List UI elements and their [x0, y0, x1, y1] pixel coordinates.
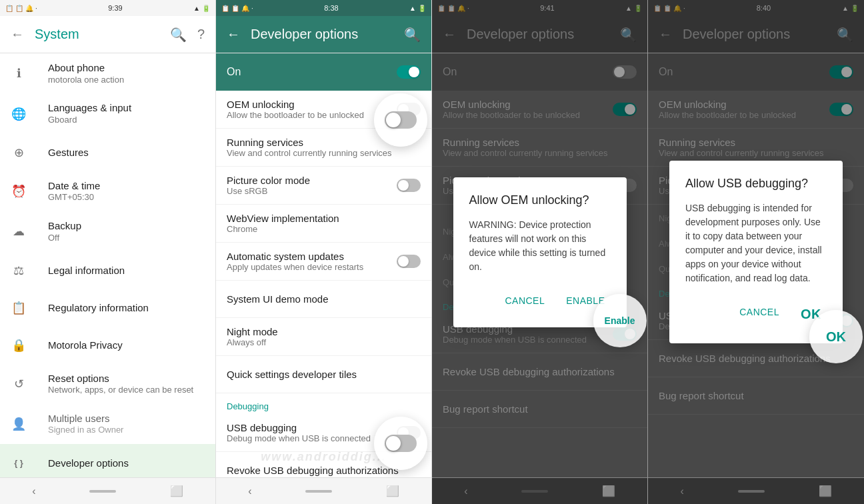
- app-bar-title-2: Developer options: [251, 27, 393, 42]
- users-label: Multiple users: [48, 412, 205, 425]
- datetime-label: Date & time: [48, 179, 205, 193]
- usb-dialog: Allow USB debugging? USB debugging is in…: [669, 161, 843, 343]
- nav-indicator-1: [89, 490, 116, 493]
- about-sub: motorola one action: [48, 75, 205, 86]
- webview-label: WebView implementation: [227, 213, 421, 224]
- languages-icon: 🌐: [11, 106, 27, 122]
- dialog-overlay-4: Allow USB debugging? USB debugging is in…: [648, 0, 864, 504]
- nav-indicator-2: [305, 490, 332, 493]
- gestures-label: Gestures: [48, 146, 205, 159]
- status-bar-2: 📋📋🔔· 8:38 ▲🔋: [216, 0, 431, 16]
- dialog-circle-overlay-3: Enable: [593, 294, 647, 347]
- privacy-label: Motorola Privacy: [48, 339, 205, 352]
- oem-cancel-button[interactable]: Cancel: [499, 290, 550, 311]
- status-icons-right: ▲🔋: [193, 5, 210, 12]
- oem-dialog-actions: Cancel Enable: [469, 290, 611, 311]
- picture-color-toggle[interactable]: [397, 179, 421, 192]
- picture-color-label: Picture color mode: [227, 175, 391, 186]
- auto-updates-label: Automatic system updates: [227, 251, 391, 262]
- settings-item-gestures[interactable]: ⊕ Gestures: [0, 134, 215, 171]
- reset-icon: ↺: [11, 376, 27, 392]
- settings-item-regulatory[interactable]: 📋 Regulatory information: [0, 289, 215, 327]
- debugging-section-label: Debugging: [216, 393, 431, 414]
- panel-developer-options: 📋📋🔔· 8:38 ▲🔋 ← Developer options 🔍 On OE…: [216, 0, 432, 504]
- users-icon: 👤: [11, 416, 27, 432]
- usb-dialog-title: Allow USB debugging?: [685, 177, 827, 191]
- app-bar-title-1: System: [35, 27, 159, 42]
- settings-item-about[interactable]: ℹ About phone motorola one action: [0, 53, 215, 93]
- info-icon: ℹ: [11, 65, 27, 81]
- dev-list-2: OEM unlocking Allow the bootloader to be…: [216, 91, 431, 477]
- status-time-2: 8:38: [324, 4, 338, 12]
- help-icon-1[interactable]: ?: [197, 27, 205, 42]
- nav-back-2[interactable]: ‹: [237, 480, 262, 503]
- regulatory-icon: 📋: [11, 300, 27, 316]
- settings-list-1: ℹ About phone motorola one action 🌐 Lang…: [0, 53, 215, 477]
- backup-icon: ☁: [11, 223, 27, 239]
- settings-item-backup[interactable]: ☁ Backup Off: [0, 211, 215, 251]
- nav-back-1[interactable]: ‹: [21, 480, 46, 503]
- languages-sub: Gboard: [48, 115, 205, 126]
- status-icons-left-2: 📋📋🔔·: [221, 5, 253, 12]
- usb-big-toggle[interactable]: [385, 435, 417, 452]
- webview-sub: Chrome: [227, 224, 421, 234]
- auto-updates-toggle[interactable]: [397, 255, 421, 268]
- panel-system-settings: 📋📋🔔· 9:39 ▲🔋 ← System 🔍 ? ℹ About phone …: [0, 0, 216, 504]
- back-icon[interactable]: ←: [11, 27, 24, 42]
- dev-header-toggle-2[interactable]: On: [216, 53, 431, 91]
- nav-square-1[interactable]: ⬜: [159, 479, 194, 503]
- oem-sub: Allow the bootloader to be unlocked: [227, 110, 391, 120]
- developer-icon: { }: [11, 455, 27, 471]
- dev-master-toggle-2[interactable]: [397, 65, 421, 79]
- oem-item-wrapper: OEM unlocking Allow the bootloader to be…: [216, 91, 431, 129]
- demo-mode-label: System UI demo mode: [227, 293, 421, 305]
- settings-item-users[interactable]: 👤 Multiple users Signed in as Owner: [0, 404, 215, 444]
- legal-icon: ⚖: [11, 263, 27, 279]
- usb-debug-sub: Debug mode when USB is connected: [227, 433, 391, 443]
- panel-developer-oem-dialog: 📋📋🔔· 9:41 ▲🔋 ← Developer options 🔍 On OE…: [432, 0, 648, 504]
- settings-item-datetime[interactable]: ⏰ Date & time GMT+05:30: [0, 171, 215, 211]
- toggle-circle-2: [409, 67, 419, 77]
- panel-developer-usb-dialog: 📋📋🔔· 8:40 ▲🔋 ← Developer options 🔍 On OE…: [648, 0, 864, 504]
- oem-dialog-title: Allow OEM unlocking?: [469, 193, 611, 207]
- status-time-1: 9:39: [108, 4, 122, 12]
- reset-sub: Network, apps, or device can be reset: [48, 385, 205, 396]
- oem-label: OEM unlocking: [227, 99, 391, 110]
- auto-updates-sub: Apply updates when device restarts: [227, 262, 391, 272]
- dev-item-night-mode[interactable]: Night mode Always off: [216, 318, 431, 356]
- quick-tiles-label: Quick settings developer tiles: [227, 369, 421, 380]
- usb-item-wrapper: USB debugging Debug mode when USB is con…: [216, 414, 431, 452]
- backup-sub: Off: [48, 233, 205, 244]
- usb-dialog-text: USB debugging is intended for developmen…: [685, 201, 827, 285]
- datetime-sub: GMT+05:30: [48, 192, 205, 203]
- status-icons-right-2: ▲🔋: [409, 5, 426, 12]
- dev-item-webview[interactable]: WebView implementation Chrome: [216, 205, 431, 243]
- settings-item-reset[interactable]: ↺ Reset options Network, apps, or device…: [0, 364, 215, 404]
- search-icon-1[interactable]: 🔍: [170, 27, 187, 43]
- picture-color-sub: Use sRGB: [227, 186, 391, 196]
- settings-item-developer[interactable]: { } Developer options: [0, 444, 215, 477]
- nav-bar-1: ‹ ⬜: [0, 477, 215, 504]
- oem-big-toggle[interactable]: [385, 111, 417, 129]
- settings-item-privacy[interactable]: 🔒 Motorola Privacy: [0, 327, 215, 364]
- search-icon-2[interactable]: 🔍: [404, 27, 421, 43]
- users-sub: Signed in as Owner: [48, 425, 205, 436]
- back-icon-2[interactable]: ←: [227, 27, 240, 42]
- legal-label: Legal information: [48, 264, 205, 277]
- dev-item-quick-tiles[interactable]: Quick settings developer tiles: [216, 356, 431, 393]
- settings-item-legal[interactable]: ⚖ Legal information: [0, 252, 215, 289]
- app-bar-2: ← Developer options 🔍: [216, 16, 431, 53]
- dev-item-auto-updates[interactable]: Automatic system updates Apply updates w…: [216, 243, 431, 281]
- night-mode-sub: Always off: [227, 337, 421, 347]
- nav-square-2[interactable]: ⬜: [375, 479, 410, 503]
- usb-cancel-button[interactable]: Cancel: [734, 301, 785, 327]
- dev-item-picture-color[interactable]: Picture color mode Use sRGB: [216, 167, 431, 205]
- developer-label: Developer options: [48, 457, 205, 470]
- usb-dialog-actions: Cancel OK: [685, 301, 827, 327]
- usb-toggle-circle-overlay: [374, 417, 427, 470]
- about-label: About phone: [48, 61, 205, 75]
- dev-item-demo-mode[interactable]: System UI demo mode: [216, 281, 431, 318]
- settings-item-languages[interactable]: 🌐 Languages & input Gboard: [0, 93, 215, 133]
- datetime-icon: ⏰: [11, 183, 27, 199]
- regulatory-label: Regulatory information: [48, 301, 205, 315]
